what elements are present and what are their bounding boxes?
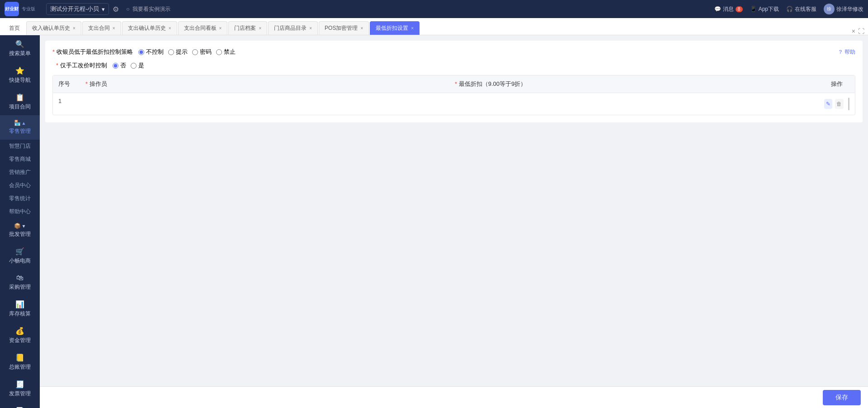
- close-icon[interactable]: ×: [259, 26, 261, 31]
- required-star: *: [52, 48, 55, 55]
- sidebar-item-retail-mgmt-label: 零售管理: [9, 127, 31, 135]
- tab-payment-contract-label: 支出合同: [88, 24, 110, 32]
- tab-payment-confirm-history[interactable]: 支出确认单历史 ×: [122, 21, 177, 35]
- radio-password-input[interactable]: [192, 49, 198, 55]
- table-header: 序号 * 操作员 * 最低折扣（9.00等于9折） 操作: [53, 75, 855, 93]
- radio-no[interactable]: 否: [113, 61, 126, 70]
- settings-icon[interactable]: ⚙: [113, 5, 119, 14]
- close-icon[interactable]: ×: [411, 26, 414, 31]
- sidebar-item-ledger-mgmt-label: 总账管理: [9, 363, 31, 371]
- sidebar-item-project-contract[interactable]: 📋 项目合同: [0, 89, 40, 115]
- sidebar-item-wholesale-mgmt[interactable]: 📦▼ 批发管理: [0, 218, 40, 243]
- sidebar-item-fund-mgmt[interactable]: 💰 资金管理: [0, 322, 40, 349]
- close-icon[interactable]: ×: [360, 26, 363, 31]
- ecommerce-icon: 🛒: [15, 247, 24, 256]
- logo-icon: 好业财: [5, 2, 19, 16]
- tab-payment-contract-board[interactable]: 支出合同看板 ×: [178, 21, 228, 35]
- tab-payment-contract[interactable]: 支出合同 ×: [82, 21, 121, 35]
- sidebar-item-retail-stats[interactable]: 零售统计: [0, 192, 40, 205]
- seq-value: 1: [58, 98, 61, 104]
- tab-pos-password-label: POS加密管理: [325, 24, 358, 32]
- user-profile-btn[interactable]: 徐 徐泽华修改: [824, 4, 863, 14]
- sidebar-item-ecommerce[interactable]: 🛒 小畅电商: [0, 243, 40, 269]
- question-icon: ？: [838, 48, 843, 56]
- sidebar-item-member-center-label: 会员中心: [9, 182, 31, 189]
- sidebar-item-retail-mall[interactable]: 零售商城: [0, 153, 40, 166]
- radio-no-label: 否: [120, 61, 126, 70]
- close-all-icon[interactable]: ×: [852, 28, 855, 35]
- edit-button[interactable]: ✎: [824, 99, 832, 109]
- radio-password-label: 密码: [200, 48, 212, 56]
- radio-no-control-input[interactable]: [138, 49, 144, 55]
- close-icon[interactable]: ×: [169, 26, 171, 31]
- radio-password[interactable]: 密码: [192, 48, 212, 56]
- tab-store-goods-label: 门店商品目录: [274, 24, 307, 32]
- sidebar-item-smart-store[interactable]: 智慧门店: [0, 140, 40, 153]
- col-header-discount: * 最低折扣（9.00等于9折）: [449, 75, 819, 93]
- demo-link[interactable]: ○ 我要看实例演示: [126, 5, 170, 13]
- sidebar-item-retail-mall-label: 零售商城: [9, 155, 31, 163]
- close-icon[interactable]: ×: [309, 26, 312, 31]
- tab-income-confirm-history-label: 收入确认单历史: [32, 24, 70, 32]
- content-wrapper: * 收银员低于最低折扣控制策略 不控制 提示: [40, 35, 868, 408]
- close-icon[interactable]: ×: [219, 26, 222, 31]
- messages-btn[interactable]: 💬 消息 8: [714, 5, 743, 13]
- radio-yes-input[interactable]: [131, 63, 137, 69]
- tab-store-goods[interactable]: 门店商品目录 ×: [268, 21, 318, 35]
- sidebar-item-retail-mgmt[interactable]: 🏪▲ 零售管理: [0, 115, 40, 140]
- help-link[interactable]: ？ 帮助: [838, 48, 855, 56]
- scroll-handle[interactable]: [848, 98, 849, 110]
- avatar: 徐: [824, 4, 835, 14]
- cell-actions-1: ✎ 🗑: [819, 93, 855, 115]
- manual-price-label: * 仅手工改价时控制: [56, 61, 107, 70]
- close-icon[interactable]: ×: [113, 26, 115, 31]
- footer-bar: 保存: [40, 386, 868, 408]
- sidebar-item-search[interactable]: 🔍 搜索菜单: [0, 35, 40, 62]
- radio-no-input[interactable]: [113, 63, 118, 69]
- required-star2: *: [56, 62, 58, 69]
- sidebar-item-retail-stats-label: 零售统计: [9, 195, 31, 202]
- radio-forbid[interactable]: 禁止: [216, 48, 236, 56]
- sidebar-item-wholesale-mgmt-label: 批发管理: [9, 230, 31, 238]
- radio-forbid-input[interactable]: [216, 49, 222, 55]
- sidebar-item-marketing-label: 营销推广: [9, 169, 31, 176]
- sidebar-item-marketing[interactable]: 营销推广: [0, 166, 40, 179]
- tab-pos-password[interactable]: POS加密管理 ×: [319, 21, 369, 35]
- sidebar-item-inventory[interactable]: 📊 库存核算: [0, 295, 40, 322]
- sidebar-item-purchase-mgmt-label: 采购管理: [9, 283, 31, 291]
- sidebar-item-ledger-mgmt[interactable]: 📒 总账管理: [0, 349, 40, 375]
- radio-yes[interactable]: 是: [131, 61, 144, 70]
- sidebar-item-member-center[interactable]: 会员中心: [0, 179, 40, 192]
- messages-label: 消息: [723, 5, 734, 13]
- table-row: 1 ✎ 🗑: [53, 93, 855, 115]
- manual-price-options: 否 是: [113, 61, 144, 70]
- sidebar-item-fund-mgmt-label: 资金管理: [9, 337, 31, 344]
- tab-min-discount[interactable]: 最低折扣设置 ×: [370, 21, 420, 35]
- sidebar-item-purchase-mgmt[interactable]: 🛍 采购管理: [0, 269, 40, 295]
- tab-home[interactable]: 首页: [4, 22, 25, 35]
- sidebar-item-invoice-mgmt[interactable]: 🧾 发票管理: [0, 375, 40, 402]
- online-support-btn[interactable]: 🎧 在线客服: [786, 5, 816, 13]
- radio-hint[interactable]: 提示: [168, 48, 188, 56]
- message-icon: 💬: [714, 6, 721, 12]
- app-download-btn[interactable]: 📱 App下载: [750, 5, 779, 13]
- expand-icon[interactable]: ⛶: [858, 28, 864, 35]
- delete-button[interactable]: 🗑: [835, 99, 843, 109]
- tab-store-file[interactable]: 门店档案 ×: [228, 21, 267, 35]
- sidebar-item-shortcut-nav[interactable]: ⭐ 快捷导航: [0, 62, 40, 89]
- tab-payment-contract-board-label: 支出合同看板: [184, 24, 217, 32]
- radio-no-control[interactable]: 不控制: [138, 48, 164, 56]
- tab-income-confirm-history[interactable]: 收入确认单历史 ×: [26, 21, 81, 35]
- save-button[interactable]: 保存: [823, 390, 861, 405]
- sidebar-item-help-center[interactable]: 帮助中心: [0, 205, 40, 218]
- username-label: 徐泽华修改: [836, 5, 863, 13]
- purchase-icon: 🛍: [16, 274, 24, 282]
- radio-hint-input[interactable]: [168, 49, 174, 55]
- contract-icon: 📋: [15, 93, 24, 102]
- project-selector[interactable]: 测试分开元程-小贝 ▾: [46, 3, 109, 15]
- tabbar: 首页 收入确认单历史 × 支出合同 × 支出确认单历史 × 支出合同看板 × 门…: [0, 18, 868, 35]
- sidebar-item-tax-mgmt[interactable]: 📑 税务管理: [0, 402, 40, 408]
- tab-payment-confirm-history-label: 支出确认单历史: [128, 24, 166, 32]
- required-star3: *: [85, 80, 88, 87]
- close-icon[interactable]: ×: [73, 26, 75, 31]
